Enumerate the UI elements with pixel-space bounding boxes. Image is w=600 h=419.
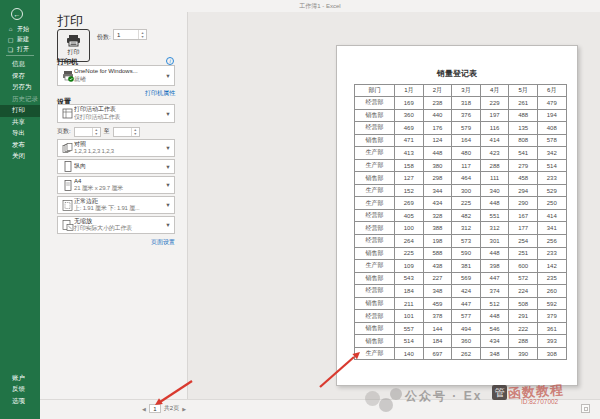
spinner-arrows-icon[interactable]: ▲▼ xyxy=(131,128,139,136)
sidebar-item-save[interactable]: 保存 xyxy=(0,71,40,83)
value-cell: 514 xyxy=(395,335,424,348)
sidebar-top-items: ⌂开始▢新建❏打开 xyxy=(0,24,40,54)
pages-to-spinner[interactable]: ▲▼ xyxy=(113,127,140,137)
value-cell: 448 xyxy=(423,147,452,160)
value-cell: 388 xyxy=(423,222,452,235)
sidebar-item-share[interactable]: 共享 xyxy=(0,117,40,129)
value-cell: 459 xyxy=(423,297,452,310)
table-row: 销售部225588590448251233 xyxy=(355,247,567,260)
value-cell: 290 xyxy=(509,197,538,210)
orientation-combo[interactable]: 纵向 ▼ xyxy=(57,159,175,174)
worksheet-icon xyxy=(61,108,74,119)
sidebar-item-new[interactable]: ▢新建 xyxy=(0,34,40,44)
sidebar-item-open[interactable]: ❏打开 xyxy=(0,44,40,54)
value-cell: 301 xyxy=(480,235,509,248)
sidebar-item-print[interactable]: 打印 xyxy=(0,105,40,117)
pages-from-spinner[interactable]: ▲▼ xyxy=(74,127,101,137)
sidebar-item-label: 开始 xyxy=(17,25,29,34)
print-target-combo[interactable]: 打印活动工作表 仅打印活动工作表 ▼ xyxy=(57,104,175,123)
collation-title: 对照 xyxy=(74,141,164,149)
collation-combo[interactable]: 对照 1,2,3 1,2,3 1,2,3 ▼ xyxy=(57,139,175,157)
sidebar-item-feedback[interactable]: 反馈 xyxy=(0,384,40,396)
info-icon[interactable]: i xyxy=(166,57,174,65)
table-row: 销售部557144494546222361 xyxy=(355,322,567,335)
table-header-row: 部门1月2月3月4月5月6月 xyxy=(355,85,567,97)
value-cell: 251 xyxy=(509,247,538,260)
sidebar-item-save-as[interactable]: 另存为 xyxy=(0,82,40,94)
value-cell: 398 xyxy=(480,260,509,273)
value-cell: 135 xyxy=(509,122,538,135)
value-cell: 479 xyxy=(537,97,566,110)
value-cell: 254 xyxy=(509,235,538,248)
sidebar-item-history: 历史记录 xyxy=(0,94,40,106)
pages-to-label: 至 xyxy=(104,127,110,136)
value-cell: 360 xyxy=(452,335,481,348)
scaling-combo[interactable]: 无缩放 打印实际大小的工作表 ▼ xyxy=(57,216,175,234)
value-cell: 177 xyxy=(509,222,538,235)
table-row: 销售部471124164414808578 xyxy=(355,134,567,147)
next-page-icon[interactable]: ▶ xyxy=(182,406,186,412)
value-cell: 434 xyxy=(480,335,509,348)
current-page-input[interactable]: 1 xyxy=(149,404,161,413)
sidebar-item-close[interactable]: 关闭 xyxy=(0,151,40,163)
department-cell: 销售部 xyxy=(355,335,395,348)
pages-from-input[interactable] xyxy=(75,129,92,135)
value-cell: 414 xyxy=(480,134,509,147)
table-row: 经营部469176579116135408 xyxy=(355,122,567,135)
paper-size-combo[interactable]: A4 21 厘米 x 29.7 厘米 ▼ xyxy=(57,176,175,194)
copies-label: 份数: xyxy=(97,33,111,42)
printer-properties-link[interactable]: 打印机属性 xyxy=(145,89,175,98)
value-cell: 225 xyxy=(395,247,424,260)
printer-ready-icon xyxy=(61,70,74,82)
value-cell: 448 xyxy=(480,310,509,323)
sidebar-item-home[interactable]: ⌂开始 xyxy=(0,24,40,34)
value-cell: 405 xyxy=(395,209,424,222)
spinner-arrows-icon[interactable]: ▲▼ xyxy=(138,30,146,39)
chevron-down-icon: ▼ xyxy=(164,222,172,228)
department-cell: 经营部 xyxy=(355,285,395,298)
value-cell: 340 xyxy=(480,184,509,197)
department-cell: 生产部 xyxy=(355,347,395,360)
sidebar-item-info[interactable]: 信息 xyxy=(0,59,40,71)
printer-status: 就绪 xyxy=(74,76,164,83)
department-cell: 经营部 xyxy=(355,222,395,235)
home-icon: ⌂ xyxy=(7,26,14,32)
copies-input[interactable] xyxy=(114,32,138,38)
zoom-to-page-icon[interactable] xyxy=(581,404,590,413)
department-cell: 经营部 xyxy=(355,235,395,248)
back-arrow-icon[interactable]: ← xyxy=(11,8,23,20)
sidebar-item-options[interactable]: 选项 xyxy=(0,396,40,408)
sidebar-main-items: 信息保存另存为历史记录打印共享导出发布关闭 xyxy=(0,59,40,163)
chevron-down-icon: ▼ xyxy=(164,145,172,151)
column-header: 3月 xyxy=(452,85,481,97)
value-cell: 312 xyxy=(480,222,509,235)
value-cell: 117 xyxy=(452,159,481,172)
value-cell: 111 xyxy=(480,172,509,185)
value-cell: 546 xyxy=(480,322,509,335)
printer-selector[interactable]: OneNote for Windows... 就绪 ▼ xyxy=(57,65,175,86)
pages-to-input[interactable] xyxy=(114,129,131,135)
value-cell: 379 xyxy=(537,310,566,323)
copies-spinner[interactable]: ▲▼ xyxy=(113,29,147,40)
printer-name: OneNote for Windows... xyxy=(74,68,164,76)
value-cell: 235 xyxy=(537,272,566,285)
column-header: 4月 xyxy=(480,85,509,97)
value-cell: 318 xyxy=(452,97,481,110)
value-cell: 184 xyxy=(423,335,452,348)
value-cell: 447 xyxy=(480,272,509,285)
sidebar-item-account[interactable]: 账户 xyxy=(0,373,40,385)
page-setup-link[interactable]: 页面设置 xyxy=(151,238,175,247)
spinner-arrows-icon[interactable]: ▲▼ xyxy=(92,128,100,136)
sidebar-item-export[interactable]: 导出 xyxy=(0,128,40,140)
table-row: 销售部543227569447572235 xyxy=(355,272,567,285)
department-cell: 经营部 xyxy=(355,122,395,135)
department-cell: 经营部 xyxy=(355,97,395,110)
sidebar-item-publish[interactable]: 发布 xyxy=(0,140,40,152)
value-cell: 378 xyxy=(423,310,452,323)
table-row: 生产部269434225448290250 xyxy=(355,197,567,210)
pages-range-row: 页数: ▲▼ 至 ▲▼ xyxy=(57,126,140,137)
previous-page-icon[interactable]: ◀ xyxy=(142,406,146,412)
margins-combo[interactable]: 正常边距 上: 1.91 厘米 下: 1.91 厘... ▼ xyxy=(57,196,175,214)
value-cell: 348 xyxy=(480,347,509,360)
value-cell: 184 xyxy=(395,285,424,298)
